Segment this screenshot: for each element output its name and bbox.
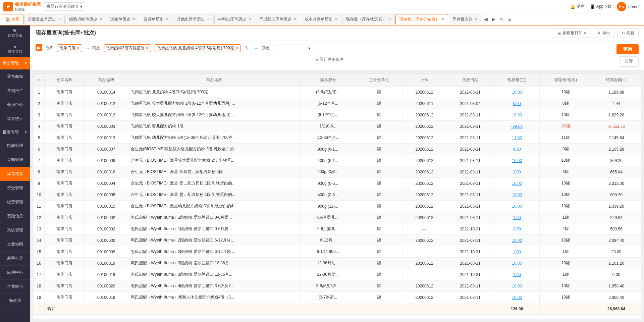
close-icon[interactable]: ✕ — [58, 17, 61, 21]
row-qty-main[interactable]: 1.00 — [494, 246, 539, 258]
row-unit: 罐 — [355, 280, 403, 292]
sidebar-item-guide[interactable]: 新手引导 — [0, 252, 30, 266]
user-area[interactable]: Ea demo2 — [617, 2, 641, 11]
row-qty-main[interactable]: 11.00 — [494, 132, 539, 144]
row-qty-main[interactable]: 10.00 — [494, 178, 539, 189]
tab-menu-btn[interactable]: ⊟ — [505, 15, 514, 23]
close-icon[interactable]: ✕ — [388, 17, 391, 21]
tab-11[interactable]: 库存批次账 ✕ — [449, 14, 481, 24]
sidebar-item-marketing[interactable]: 营销推广 — [0, 84, 30, 98]
row-qty-main[interactable]: 10.00 — [494, 109, 539, 121]
close-icon[interactable]: ✕ — [441, 17, 444, 21]
tab-7[interactable]: 产成品入库单历史 ✕ — [256, 14, 300, 24]
quick-nav[interactable]: ★ 快捷导航 — [0, 42, 30, 57]
tab-1[interactable]: 分量盘点单历史 ✕ — [24, 14, 65, 24]
warehouse-more[interactable]: ··· — [86, 46, 89, 51]
tab-2[interactable]: 组装拆卸单历史 ✕ — [65, 14, 106, 24]
close-icon[interactable]: ✕ — [132, 17, 136, 21]
color-filter-label: 颜色 — [262, 45, 270, 51]
close-icon[interactable]: ✕ — [99, 17, 102, 21]
row-qty-main[interactable]: 10.00 — [494, 280, 539, 292]
close-icon[interactable]: ✕ — [335, 17, 338, 21]
row-spec: (12-36个月... — [301, 132, 355, 144]
settings-icon[interactable]: ⚙ — [36, 77, 42, 83]
row-warehouse: 南岸门店 — [45, 178, 85, 189]
row-name: 合生元（BIOSTIME）派星 婴儿配方奶粉 1段 乳铁蛋白的... — [128, 178, 301, 189]
sidebar-item-stats[interactable]: 零售统计 — [0, 112, 30, 126]
row-qty-main[interactable]: 3.00 — [494, 166, 539, 178]
close-icon[interactable]: ✕ — [475, 17, 478, 21]
sidebar-item-purchase[interactable]: 采购管理 — [0, 153, 30, 167]
app-download-btn[interactable]: 📱 App下载 — [590, 4, 611, 9]
expand-filter-btn[interactable]: ▶ — [36, 44, 42, 51]
warehouse-tag-close[interactable]: ✕ — [76, 46, 80, 51]
sidebar-item-finance[interactable]: 资金管理 — [0, 181, 30, 195]
sidebar-item-system[interactable]: 系统管理 — [0, 223, 30, 237]
sidebar-item-member[interactable]: 会员中心 — [0, 98, 30, 112]
tab-10[interactable]: 现存量（库存分布表） ✕ — [395, 14, 448, 25]
tab-9-label: 现存量（库存状况表） — [346, 16, 386, 22]
tab-prev-btn[interactable]: ◀ — [482, 15, 490, 23]
tab-6-label: 材料出库单历史 — [218, 16, 246, 22]
sidebar-item-wechat[interactable]: 企业微信 — [0, 280, 30, 294]
sidebar-item-retail[interactable]: 零售管理 ▼ — [0, 57, 30, 70]
row-qty-main[interactable]: 0.00 — [494, 98, 539, 109]
mobile-icon: 📱 — [590, 4, 595, 9]
sidebar-item-basic[interactable]: 基础信息 — [0, 209, 30, 223]
product-more[interactable]: 飞... — [244, 45, 252, 51]
row-warehouse: 南岸门店 — [45, 212, 85, 223]
row-qty-main[interactable]: 2.00 — [494, 223, 539, 235]
tab-next-btn[interactable]: ▶ — [490, 15, 497, 23]
close-icon[interactable]: ✕ — [293, 17, 297, 21]
tab-5[interactable]: 其他出库单历史 ✕ — [173, 14, 214, 24]
product-tag-1-close[interactable]: ✕ — [146, 46, 149, 51]
sidebar-item-inventory[interactable]: 库存核算 — [0, 167, 30, 181]
tab-4[interactable]: 要货单历史 ✕ — [140, 14, 172, 24]
table-row: 9 南岸门店 00100004 合生元（BIOSTIME）派星 婴儿配方奶粉 1… — [34, 178, 641, 189]
tab-home[interactable]: 🏠 首页 — [2, 14, 23, 24]
row-qty-main[interactable]: -39.00 — [494, 121, 539, 132]
row-qty-main[interactable]: 10.00 — [494, 87, 539, 98]
warehouse-selector[interactable]: 母婴行业演示账套 ▾ — [44, 2, 85, 11]
tab-8[interactable]: 成本调整单历史 ✕ — [301, 14, 341, 24]
table-row: 6 南岸门店 00100007 合生元(BIOSTIME)派星较大婴儿配方奶粉 … — [34, 144, 641, 155]
row-unit: 罐 — [355, 223, 403, 235]
row-balance: 229.84 — [592, 212, 641, 223]
row-unit: 罐 — [355, 246, 403, 258]
export-btn[interactable]: ⬇ 导出 — [593, 28, 614, 38]
row-qty-main[interactable]: 10.00 — [494, 155, 539, 166]
row-qty-main[interactable]: 10.00 — [494, 292, 539, 303]
row-qty-main[interactable]: 10.00 — [494, 189, 539, 201]
query-button[interactable]: 查询 — [616, 44, 639, 54]
tab-3[interactable]: 调拨单历史 ✕ — [107, 14, 139, 24]
refresh-btn[interactable]: ↻ 刷新 — [617, 28, 639, 38]
sidebar-item-wholesale[interactable]: 批发管理 ▼ — [0, 126, 30, 139]
sidebar-item-ecommerce[interactable]: 电商管理 — [0, 139, 30, 153]
sidebar-item-mall[interactable]: 零售商城 — [0, 70, 30, 84]
sidebar-item-ops[interactable]: 经营管理 — [0, 195, 30, 209]
filter-area: ▶ 仓库 南岸门店 ✕ ··· 商品 — [30, 41, 644, 70]
row-qty-main[interactable]: 1.00 — [494, 269, 539, 280]
close-icon[interactable]: ✕ — [248, 17, 251, 21]
product-ellipsis[interactable]: ··· — [255, 46, 258, 51]
row-qty-main[interactable]: 10.00 — [494, 235, 539, 246]
print-btn[interactable]: 🖨 按模板打印 ▾ — [553, 28, 590, 38]
tab-9[interactable]: 现存量（库存状况表） ✕ — [342, 14, 395, 24]
close-icon[interactable]: ✕ — [207, 17, 210, 21]
row-qty-main[interactable]: 9.00 — [494, 144, 539, 155]
sidebar-item-apps[interactable]: 应用中心 — [0, 266, 30, 280]
setting-button[interactable]: 设置 — [619, 56, 639, 67]
tab-close-btn[interactable]: ✕ — [497, 15, 505, 23]
expand-more-btn[interactable]: ∨ 展开更多条件 — [316, 57, 343, 62]
close-icon[interactable]: ✕ — [166, 17, 169, 21]
color-field[interactable]: ▾ — [273, 45, 313, 52]
row-qty-main[interactable]: 1.00 — [494, 212, 539, 223]
product-tag-2-close[interactable]: ✕ — [235, 46, 238, 51]
tab-6[interactable]: 材料出库单历史 ✕ — [214, 14, 255, 24]
sidebar-item-vip[interactable]: 畅会员 — [0, 294, 30, 308]
row-qty-main[interactable]: 10.00 — [494, 201, 539, 212]
row-qty-main[interactable]: 10.00 — [494, 258, 539, 269]
sidebar-item-corp[interactable]: 企业协同 — [0, 237, 30, 252]
sidebar-search[interactable]: 🔍 搜索菜单 — [0, 25, 30, 42]
message-btn[interactable]: 🔔 消息 — [570, 4, 585, 9]
